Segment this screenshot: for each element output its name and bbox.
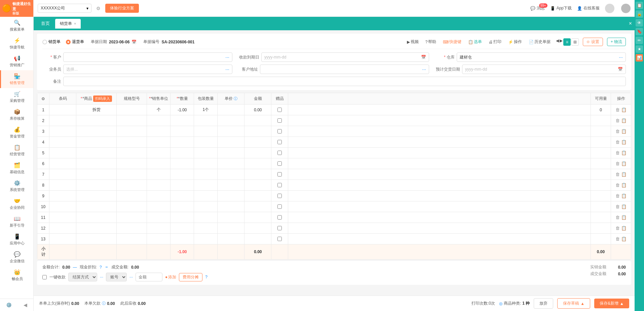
cell-qty-4[interactable] [171, 148, 194, 158]
customer-addr-input[interactable]: ··· [260, 65, 429, 74]
cell-gift-4[interactable] [271, 148, 288, 158]
flow-button[interactable]: + 物流 [607, 38, 626, 46]
cell-goods-11[interactable] [76, 223, 117, 234]
cell-unit-1[interactable] [147, 115, 171, 126]
cell-barcode-1[interactable] [49, 115, 76, 126]
cell-price-10[interactable] [218, 212, 244, 223]
expense-help-icon[interactable]: ? [205, 275, 207, 279]
avatar[interactable] [605, 4, 614, 13]
delete-icon-5[interactable]: 🗑 [615, 161, 620, 166]
gift-checkbox-6[interactable] [277, 172, 282, 177]
cell-qty-1[interactable] [171, 115, 194, 126]
copy-icon-3[interactable]: 📋 [621, 140, 627, 145]
gift-checkbox-5[interactable] [277, 161, 282, 166]
trial-button[interactable]: 体验行业方案 [105, 4, 139, 13]
copy-icon-5[interactable]: 📋 [621, 161, 627, 166]
print-button[interactable]: 🖨 打印 [487, 38, 503, 45]
cell-barcode-7[interactable] [49, 180, 76, 191]
cell-amount-2[interactable] [244, 126, 271, 137]
cell-spec-1[interactable] [117, 115, 147, 126]
cell-barcode-3[interactable] [49, 137, 76, 148]
cell-qty-9[interactable] [171, 201, 194, 212]
sidebar-item-0[interactable]: 🔍搜索菜单 [0, 17, 33, 35]
rp-btn-2[interactable]: 🔒 [636, 10, 643, 18]
cell-spec-6[interactable] [117, 169, 147, 180]
cell-price-7[interactable] [218, 180, 244, 191]
cell-barcode-2[interactable] [49, 126, 76, 137]
salesperson-dots-icon[interactable]: ··· [225, 67, 229, 72]
cell-gift-9[interactable] [271, 201, 288, 212]
gift-checkbox-7[interactable] [277, 183, 282, 187]
rp-btn-5[interactable]: ✏ [636, 37, 643, 44]
delete-icon-11[interactable]: 🗑 [615, 226, 620, 231]
expected-date-calendar-icon[interactable]: 📅 [618, 67, 623, 72]
delete-icon-1[interactable]: 🗑 [615, 118, 620, 123]
delete-icon-8[interactable]: 🗑 [615, 193, 620, 198]
rp-btn-6[interactable]: ★ [636, 45, 643, 53]
cell-amount-1[interactable] [244, 115, 271, 126]
cell-goods-2[interactable] [76, 126, 117, 137]
sidebar-item-6[interactable]: 💰资金管理 [0, 124, 33, 142]
cell-price-2[interactable] [218, 126, 244, 137]
add-button[interactable]: ● 添加 [165, 274, 176, 280]
sidebar-item-10[interactable]: 🤝企业协同 [0, 195, 33, 213]
cell-pkgqty-3[interactable] [194, 137, 218, 148]
help-button[interactable]: ? 帮助 [424, 38, 438, 45]
delete-icon-4[interactable]: 🗑 [615, 150, 620, 155]
abandon-button[interactable]: 放弃 [534, 298, 553, 309]
account-select[interactable]: 账号 [106, 273, 127, 281]
cell-unit-4[interactable] [147, 148, 171, 158]
cell-pkgqty-11[interactable] [194, 223, 218, 234]
cell-barcode-4[interactable] [49, 148, 76, 158]
cell-barcode-9[interactable] [49, 201, 76, 212]
gift-checkbox-0[interactable] [277, 108, 282, 112]
rp-btn-3[interactable]: 👁 [636, 19, 643, 27]
cell-spec-0[interactable] [117, 105, 147, 115]
cell-price-11[interactable] [218, 223, 244, 234]
cell-goods-4[interactable] [76, 148, 117, 158]
sidebar-item-3[interactable]: 🏪销售管理 [0, 70, 33, 88]
cell-goods-10[interactable] [76, 212, 117, 223]
cell-gift-2[interactable] [271, 126, 288, 137]
cell-unit-0[interactable]: 个 [147, 105, 171, 115]
due-date-calendar-icon[interactable]: 📅 [421, 55, 426, 60]
cell-price-9[interactable] [218, 201, 244, 212]
cell-unit-3[interactable] [147, 137, 171, 148]
cell-spec-8[interactable] [117, 191, 147, 201]
cell-pkgqty-5[interactable] [194, 158, 218, 169]
cell-gift-10[interactable] [271, 212, 288, 223]
cell-barcode-10[interactable] [49, 212, 76, 223]
select-button[interactable]: 📋 选单 [467, 38, 483, 45]
cell-amount-12[interactable] [244, 234, 271, 244]
sidebar-item-13[interactable]: 💬企业微信 [0, 248, 33, 266]
method-dots-icon[interactable]: ··· [100, 275, 103, 279]
cell-price-5[interactable] [218, 158, 244, 169]
cell-qty-0[interactable]: -1.00 [171, 105, 194, 115]
save-new-button[interactable]: 保存&新增 ▲ [594, 299, 629, 308]
cell-unit-5[interactable] [147, 158, 171, 169]
expected-date-input[interactable]: yyyy-mm-dd 📅 [462, 65, 626, 74]
copy-icon-4[interactable]: 📋 [621, 150, 627, 155]
cell-pkgqty-2[interactable] [194, 126, 218, 137]
cell-gift-5[interactable] [271, 158, 288, 169]
cell-unit-9[interactable] [147, 201, 171, 212]
cell-pkgqty-7[interactable] [194, 180, 218, 191]
delete-icon-9[interactable]: 🗑 [615, 204, 620, 209]
view-list-button[interactable]: ≡ [563, 38, 571, 46]
rp-btn-7[interactable]: 📊 [636, 54, 643, 62]
sidebar-item-2[interactable]: 📢营销推广 [0, 52, 33, 70]
delete-icon-12[interactable]: 🗑 [615, 236, 620, 241]
copy-icon-6[interactable]: 📋 [621, 172, 627, 177]
cell-pkgqty-0[interactable]: 1个 [194, 105, 218, 115]
cell-spec-10[interactable] [117, 212, 147, 223]
rp-btn-4[interactable]: 🔖 [636, 28, 643, 35]
online-service-button[interactable]: 👤 在线客服 [577, 5, 600, 11]
cell-price-8[interactable] [218, 191, 244, 201]
app-download-button[interactable]: 📱 App下载 [550, 5, 572, 11]
prev-icon[interactable]: ◀ [556, 38, 559, 46]
sidebar-item-8[interactable]: 🗂️基础信息 [0, 159, 33, 177]
gift-checkbox-2[interactable] [277, 129, 282, 133]
cell-goods-9[interactable] [76, 201, 117, 212]
note-input[interactable] [63, 77, 626, 86]
account-dots-icon[interactable]: ··· [129, 275, 133, 279]
